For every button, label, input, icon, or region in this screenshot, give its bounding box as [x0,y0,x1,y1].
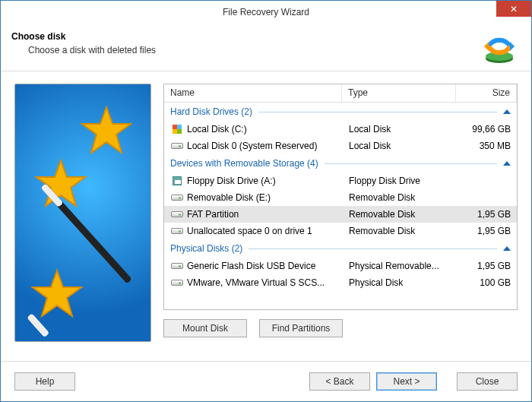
svg-marker-2 [510,42,515,51]
table-header: Name Type Size [164,84,517,103]
disk-name: Generic Flash Disk USB Device [187,261,349,271]
page-title: Choose disk [11,31,156,42]
group-label: Hard Disk Drives (2) [170,106,252,117]
disk-size: 350 MB [463,141,511,151]
disk-row[interactable]: Local Disk (C:)Local Disk99,66 GB [164,121,517,138]
col-header-type[interactable]: Type [342,84,456,102]
action-row: Mount Disk Find Partitions [163,310,518,337]
disk-name: VMware, VMware Virtual S SCS... [187,277,349,288]
disk-row[interactable]: Removable Disk (E:)Removable Disk [164,189,517,206]
disk-name: Removable Disk (E:) [187,192,349,203]
disk-table: Name Type Size Hard Disk Drives (2)Local… [163,84,518,310]
disk-type: Physical Disk [349,277,463,288]
drive-icon [170,261,184,271]
disk-row[interactable]: Local Disk 0 (System Reserved)Local Disk… [164,138,517,154]
disk-name: Unallocated space 0 on drive 1 [187,226,349,236]
close-icon[interactable]: ✕ [496,1,531,17]
disk-name: Floppy Disk Drive (A:) [187,176,349,186]
disk-size: 1,95 GB [463,209,511,220]
group-label: Physical Disks (2) [170,243,242,254]
col-header-size[interactable]: Size [456,84,517,102]
wizard-footer: Help < Back Next > Close [1,361,531,401]
disk-size: 1,95 GB [463,226,511,236]
wizard-body: Name Type Size Hard Disk Drives (2)Local… [1,71,531,361]
wizard-header: Choose disk Choose a disk with deleted f… [1,24,531,71]
find-partitions-button[interactable]: Find Partitions [259,319,343,337]
svg-marker-4 [82,107,131,153]
mount-disk-button[interactable]: Mount Disk [163,319,247,337]
svg-marker-6 [33,271,81,316]
disk-type: Removable Disk [349,226,463,236]
close-button[interactable]: Close [457,372,518,391]
window-title: File Recovery Wizard [223,7,309,17]
chevron-up-icon [503,109,511,114]
help-button[interactable]: Help [14,372,75,391]
disk-type: Removable Disk [349,192,463,203]
group-header[interactable]: Hard Disk Drives (2) [164,103,517,121]
group-label: Devices with Removable Storage (4) [170,158,318,169]
group-header[interactable]: Devices with Removable Storage (4) [164,154,517,173]
svg-rect-9 [27,313,49,337]
windows-drive-icon [170,124,184,135]
disk-row[interactable]: Floppy Disk Drive (A:)Floppy Disk Drive [164,173,517,189]
disk-row[interactable]: Generic Flash Disk USB DevicePhysical Re… [164,258,517,274]
disk-name: FAT Partition [187,209,349,220]
disk-size: 99,66 GB [463,124,511,135]
page-subtitle: Choose a disk with deleted files [11,45,156,55]
table-body[interactable]: Hard Disk Drives (2)Local Disk (C:)Local… [164,103,517,309]
disk-row[interactable]: FAT PartitionRemovable Disk1,95 GB [164,206,517,223]
titlebar: File Recovery Wizard ✕ [1,1,531,24]
disk-row[interactable]: Unallocated space 0 on drive 1Removable … [164,223,517,239]
chevron-up-icon [503,161,511,166]
chevron-up-icon [503,246,511,251]
group-header[interactable]: Physical Disks (2) [164,239,517,258]
drive-icon [170,209,184,220]
wizard-banner-image [14,84,151,342]
svg-marker-3 [484,42,489,51]
disk-name: Local Disk (C:) [187,124,349,135]
disk-size: 1,95 GB [463,261,511,271]
disk-type: Local Disk [349,141,463,151]
drive-icon [170,226,184,236]
wizard-window: File Recovery Wizard ✕ Choose disk Choos… [0,0,532,402]
next-button[interactable]: Next > [376,372,437,391]
floppy-drive-icon [170,176,184,186]
disk-size: 100 GB [463,277,511,288]
disk-type: Removable Disk [349,209,463,220]
disk-row[interactable]: VMware, VMware Virtual S SCS...Physical … [164,274,517,291]
disk-type: Local Disk [349,124,463,135]
col-header-name[interactable]: Name [164,84,342,102]
drive-icon [170,141,184,151]
disk-name: Local Disk 0 (System Reserved) [187,141,349,151]
drive-icon [170,192,184,203]
header-text: Choose disk Choose a disk with deleted f… [11,31,156,55]
disk-type: Floppy Disk Drive [349,176,463,186]
back-button[interactable]: < Back [309,372,370,391]
drive-icon [170,277,184,288]
disk-type: Physical Removable... [349,261,463,271]
app-logo-icon [483,31,516,65]
main-panel: Name Type Size Hard Disk Drives (2)Local… [163,84,518,355]
svg-marker-5 [36,160,85,206]
